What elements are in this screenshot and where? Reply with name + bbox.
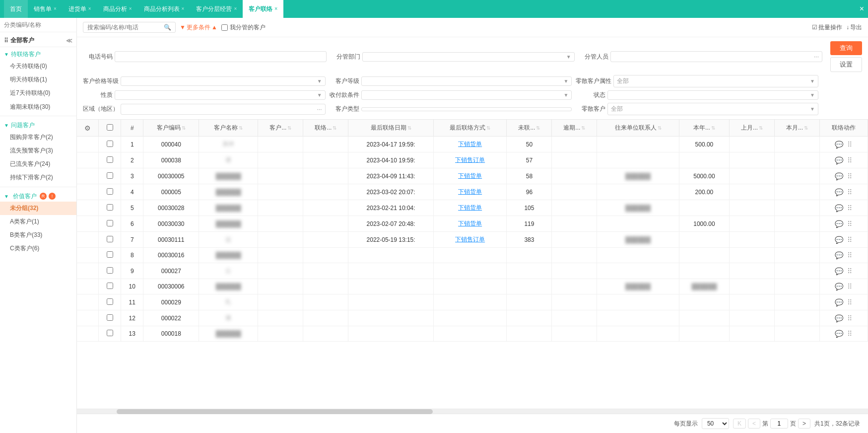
nav-product-analysis-list-close[interactable]: × (182, 0, 185, 18)
filter-dept-select[interactable]: ▼ (362, 52, 574, 62)
settings-icon[interactable]: ⚙ (84, 124, 91, 132)
batch-ops-button[interactable]: ☑ 批量操作 (812, 23, 842, 32)
nav-home[interactable]: 首页 (4, 0, 28, 18)
grid-action-icon[interactable]: ⠿ (847, 188, 852, 196)
nav-sales[interactable]: 销售单 × (28, 0, 63, 18)
chat-icon[interactable]: 💬 (835, 172, 843, 180)
col-this-year[interactable]: 本年...⇅ (679, 120, 729, 137)
nav-customer-contact-close[interactable]: × (274, 0, 277, 18)
filter-region-select[interactable]: ··· (121, 104, 326, 115)
filter-status-select[interactable]: ▼ (607, 90, 818, 100)
chat-icon[interactable]: 💬 (835, 267, 843, 275)
row-checkbox[interactable] (107, 188, 113, 195)
filter-customer-type-select[interactable] (361, 107, 572, 111)
col-type[interactable]: 客户...⇅ (258, 120, 303, 137)
col-last-month[interactable]: 上月...⇅ (730, 120, 775, 137)
my-customers-checkbox[interactable] (221, 24, 228, 31)
filter-retail-customer-select[interactable]: 全部 ▼ (607, 103, 818, 115)
window-close-button[interactable]: × (860, 4, 864, 13)
table-scroll-thumb[interactable] (117, 409, 433, 414)
grid-action-icon[interactable]: ⠿ (847, 220, 852, 228)
page-size-select[interactable]: 50 100 (702, 418, 729, 429)
contact-method-link[interactable]: 下销货单 (458, 188, 482, 195)
table-scroll-bar[interactable] (77, 409, 868, 414)
row-checkbox[interactable] (107, 251, 113, 258)
grid-action-icon[interactable]: ⠿ (847, 141, 852, 148)
nav-product-analysis-close[interactable]: × (129, 0, 132, 18)
sidebar-section-value[interactable]: ▼ 价值客户 R ! (0, 189, 76, 202)
sidebar-item-abnormal[interactable]: 囤购异常客户(2) (0, 131, 76, 144)
row-checkbox[interactable] (107, 330, 113, 336)
export-button[interactable]: ↓ 导出 (846, 23, 862, 32)
contact-method-link[interactable]: 下销货单 (458, 220, 482, 227)
nav-purchase-close[interactable]: × (88, 0, 91, 18)
contact-method-link[interactable]: 下销货单 (458, 204, 482, 211)
grid-action-icon[interactable]: ⠿ (847, 236, 852, 244)
filter-nature-select[interactable]: ▼ (115, 90, 326, 100)
more-icon-1[interactable]: ··· (814, 53, 819, 60)
grid-action-icon[interactable]: ⠿ (847, 330, 852, 338)
sidebar-item-overdue-pending[interactable]: 逾期未联络(30) (0, 100, 76, 114)
row-checkbox[interactable] (107, 220, 113, 226)
col-no-contact[interactable]: 未联...⇅ (507, 120, 552, 137)
main-search-icon[interactable]: 🔍 (164, 24, 171, 31)
sidebar-item-today-pending[interactable]: 今天待联络(0) (0, 60, 76, 73)
row-checkbox[interactable] (107, 267, 113, 274)
row-checkbox[interactable] (107, 156, 113, 163)
grid-action-icon[interactable]: ⠿ (847, 267, 852, 275)
chat-icon[interactable]: 💬 (835, 283, 843, 290)
chat-icon[interactable]: 💬 (835, 204, 843, 212)
next-page-button[interactable]: > (798, 419, 810, 429)
sidebar-item-tomorrow-pending[interactable]: 明天待联络(1) (0, 73, 76, 86)
filter-phone-input[interactable] (115, 51, 327, 62)
nav-purchase[interactable]: 进货单 × (63, 0, 97, 18)
sidebar-collapse-icon[interactable]: ≪ (66, 37, 72, 44)
contact-method-link[interactable]: 下销售订单 (455, 156, 485, 163)
col-contact[interactable]: 联络...⇅ (303, 120, 348, 137)
col-last-contact-method[interactable]: 最后联络方式⇅ (433, 120, 507, 137)
grid-action-icon[interactable]: ⠿ (847, 204, 852, 212)
main-search-input[interactable] (87, 24, 162, 31)
sidebar-section-problem[interactable]: ▼ 问题客户 (0, 118, 76, 131)
row-checkbox[interactable] (107, 298, 113, 305)
first-page-button[interactable]: K (733, 419, 746, 429)
chat-icon[interactable]: 💬 (835, 251, 843, 259)
grid-action-icon[interactable]: ⠿ (847, 156, 852, 164)
contact-method-link[interactable]: 下销货单 (458, 141, 482, 147)
sidebar-item-class-c[interactable]: C类客户(6) (0, 242, 76, 255)
filter-price-level-select[interactable]: ▼ (121, 76, 326, 86)
select-all-checkbox[interactable] (107, 124, 113, 131)
sidebar-all-customers[interactable]: ⠿ 全部客户 ≪ (0, 32, 76, 47)
col-last-contact-date[interactable]: 最后联络日期⇅ (348, 120, 434, 137)
chat-icon[interactable]: 💬 (835, 236, 843, 244)
sidebar-item-7days-pending[interactable]: 近7天待联络(0) (0, 86, 76, 100)
chat-icon[interactable]: 💬 (835, 298, 843, 306)
grid-action-icon[interactable]: ⠿ (847, 314, 852, 322)
sidebar-item-class-b[interactable]: B类客户(33) (0, 228, 76, 242)
nav-sales-close[interactable]: × (54, 0, 57, 18)
grid-action-icon[interactable]: ⠿ (847, 298, 852, 306)
grid-action-icon[interactable]: ⠿ (847, 283, 852, 290)
query-button[interactable]: 查询 (830, 41, 862, 55)
filter-manager-select[interactable]: ··· (610, 51, 822, 62)
sidebar-item-churned[interactable]: 已流失客户(24) (0, 157, 76, 171)
row-checkbox[interactable] (107, 204, 113, 211)
chat-icon[interactable]: 💬 (835, 314, 843, 322)
filter-customer-level-select[interactable]: ▼ (361, 76, 572, 86)
sidebar-item-churn-warning[interactable]: 流失预警客户(3) (0, 144, 76, 157)
more-icon-2[interactable]: ··· (317, 106, 322, 113)
page-number-input[interactable] (770, 419, 788, 429)
prev-page-button[interactable]: < (748, 419, 760, 429)
row-checkbox[interactable] (107, 314, 113, 321)
contact-method-link[interactable]: 下销售订单 (455, 236, 485, 243)
reset-button[interactable]: 设置 (830, 57, 862, 72)
sidebar-item-unclassified[interactable]: 未分组(32) (0, 202, 76, 215)
filter-payment-select[interactable]: ▼ (361, 90, 572, 100)
nav-product-analysis[interactable]: 商品分析 × (97, 0, 138, 18)
grid-action-icon[interactable]: ⠿ (847, 251, 852, 259)
chat-icon[interactable]: 💬 (835, 141, 843, 148)
col-code[interactable]: 客户编码⇅ (143, 120, 199, 137)
col-overdue[interactable]: 逾期...⇅ (552, 120, 597, 137)
chat-icon[interactable]: 💬 (835, 188, 843, 196)
sidebar-item-declining[interactable]: 持续下滑客户(2) (0, 171, 76, 184)
